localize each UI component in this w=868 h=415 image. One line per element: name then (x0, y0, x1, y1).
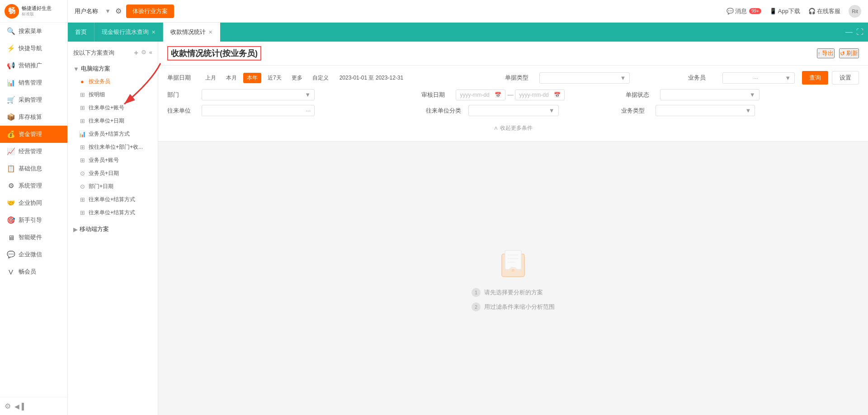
panel-add-icon[interactable]: + (134, 49, 138, 57)
panel-item-unit-date[interactable]: ⊞ 往来单位+日期 (68, 114, 158, 127)
date-end: 2023-12-31 (376, 75, 403, 81)
panel-item-unit-account[interactable]: ⊞ 往来单位+账号 (68, 101, 158, 114)
filter-row-2: 部门 ▼ 审核日期 yyyy-mm-dd 📅 — yy (167, 89, 859, 100)
sidebar-bottom: ⚙ ◀▐ (0, 397, 67, 415)
panel-item-staff-account[interactable]: ⊞ 业务员+账号 (68, 154, 158, 167)
voucher-type-select[interactable]: ▼ (539, 72, 630, 84)
voucher-status-select[interactable]: ▼ (660, 89, 760, 100)
sidebar-item-inventory[interactable]: 📦 库存核算 (0, 108, 67, 126)
panel-item-detail[interactable]: ⊞ 按明细 (68, 88, 158, 101)
sidebar-item-guide[interactable]: 🎯 新手引导 (0, 212, 67, 229)
main-area: 用户名称 ▼ ⚙ 体验行业方案 💬 消息 99+ 📱 App下载 🎧 在线客服 … (68, 0, 868, 415)
sidebar-settings-icon[interactable]: ⚙ (5, 402, 11, 410)
dept-arrow: ▼ (305, 91, 311, 98)
sidebar-item-quicknav-label: 快捷导航 (19, 44, 42, 52)
panel-section-mobile-title[interactable]: ▶ 移动端方案 (68, 223, 158, 236)
audit-date-start-text: yyyy-mm-dd (460, 92, 489, 98)
sidebar-menu: 🔍 搜索菜单 ⚡ 快捷导航 📢 营销推广 📊 销售管理 🛒 采购管理 📦 库存核… (0, 23, 67, 397)
hardware-icon: 🖥 (7, 233, 15, 241)
message-item[interactable]: 💬 消息 99+ (726, 7, 761, 15)
tab-maximize-btn[interactable]: ⛶ (856, 28, 863, 36)
query-btn[interactable]: 查询 (802, 71, 828, 85)
date-tab-custom[interactable]: 自定义 (309, 73, 332, 83)
sidebar-item-purchase[interactable]: 🛒 采购管理 (0, 91, 67, 108)
refresh-icon: ↺ (840, 50, 845, 57)
staff-label: 业务员 (688, 74, 715, 82)
panel-item-unit-account-label: 往来单位+账号 (89, 104, 124, 112)
app-download-item[interactable]: 📱 App下载 (769, 7, 800, 15)
export-btn[interactable]: ↑ 导出 (817, 48, 835, 58)
topbar-dropdown-arrow[interactable]: ▼ (105, 8, 111, 14)
topbar-gear-icon[interactable]: ⚙ (115, 7, 122, 15)
date-tab-7days[interactable]: 近7天 (264, 73, 285, 83)
mobile-section-expand-icon: ▶ (73, 226, 78, 233)
staff-more-icon[interactable]: ··· (753, 75, 758, 81)
panel-item-staff-date[interactable]: ⊙ 业务员+日期 (68, 167, 158, 180)
date-tab-more[interactable]: 更多 (288, 73, 306, 83)
sidebar-item-member[interactable]: V 畅会员 (0, 263, 67, 280)
sidebar-item-sales[interactable]: 📊 销售管理 (0, 74, 67, 91)
panel-header-icons: + ⚙ « (134, 49, 152, 57)
sidebar-item-system[interactable]: ⚙ 系统管理 (0, 177, 67, 194)
date-tab-this-month[interactable]: 本月 (222, 73, 241, 83)
date-tab-this-year[interactable]: 本年 (243, 73, 261, 83)
settings-btn[interactable]: 设置 (832, 71, 859, 85)
sidebar-collapse-icon[interactable]: ◀▐ (14, 403, 24, 410)
panel-section-desktop-title[interactable]: ▼ 电脑端方案 (68, 62, 158, 75)
collapse-bar[interactable]: ∧ 收起更多条件 (167, 121, 859, 136)
sidebar-item-basic[interactable]: 📋 基础信息 (0, 160, 67, 177)
panel-section-mobile: ▶ 移动端方案 (68, 221, 158, 237)
sidebar-item-purchase-label: 采购管理 (19, 96, 42, 104)
logo-text: 畅捷通好生意 (22, 5, 52, 11)
counterparty-more-icon[interactable]: ··· (306, 107, 311, 114)
counterparty-select[interactable]: ··· (202, 105, 315, 116)
panel-item-unit-dept[interactable]: ⊞ 按往来单位+部门+收... (68, 141, 158, 154)
app-download-label: App下载 (778, 7, 800, 15)
online-service-label: 在线客服 (817, 7, 840, 15)
panel-settings-icon[interactable]: ⚙ (141, 49, 146, 57)
date-separator: 至 (368, 75, 375, 81)
date-label: 单据日期 (167, 74, 194, 82)
sidebar-item-wechat[interactable]: 💬 企业微信 (0, 246, 67, 263)
sidebar-item-corp[interactable]: 🤝 企业协同 (0, 194, 67, 212)
sidebar-item-hardware[interactable]: 🖥 智能硬件 (0, 229, 67, 246)
tab-home[interactable]: 首页 (68, 23, 94, 42)
audit-date-start[interactable]: yyyy-mm-dd 📅 (456, 90, 505, 100)
tab-collection-close[interactable]: ✕ (208, 29, 212, 35)
date-tab-last-month[interactable]: 上月 (202, 73, 220, 83)
user-avatar[interactable]: Rit (849, 5, 861, 18)
content-area: 按以下方案查询 + ⚙ « ▼ 电脑端方案 ● 按业务员 ⊞ 按明 (68, 42, 868, 415)
panel-collapse-icon[interactable]: « (149, 49, 152, 57)
business-type-select[interactable]: ▼ (656, 105, 755, 116)
trial-btn[interactable]: 体验行业方案 (126, 5, 174, 18)
counterparty-category-select[interactable]: ▼ (468, 105, 559, 116)
tab-collection[interactable]: 收款情况统计 ✕ (163, 23, 220, 42)
tab-minimize-btn[interactable]: — (845, 28, 853, 36)
sidebar-item-marketing[interactable]: 📢 营销推广 (0, 57, 67, 74)
panel-item-by-staff[interactable]: ● 按业务员 (68, 75, 158, 88)
tab-cashflow[interactable]: 现金银行流水查询 ✕ (94, 23, 163, 42)
sidebar-item-guide-label: 新手引导 (19, 216, 42, 224)
panel-item-staff-date-label: 业务员+日期 (89, 170, 119, 177)
sidebar-item-management[interactable]: 📈 经营管理 (0, 143, 67, 160)
online-service-item[interactable]: 🎧 在线客服 (808, 7, 840, 15)
dept-select[interactable]: ▼ (202, 89, 315, 100)
refresh-btn[interactable]: ↺ 刷新 (839, 48, 859, 58)
tab-home-label: 首页 (75, 28, 87, 36)
sidebar-item-search[interactable]: 🔍 搜索菜单 (0, 23, 67, 40)
panel-item-staff-settle[interactable]: 📊 业务员+结算方式 (68, 127, 158, 141)
panel-item-unit-settle1[interactable]: ⊞ 往来单位+结算方式 (68, 193, 158, 206)
counterparty-category-label: 往来单位分类 (426, 107, 461, 115)
app-download-icon: 📱 (769, 8, 777, 14)
panel-item-unit-settle2[interactable]: ⊞ 往来单位+结算方式 (68, 206, 158, 219)
export-icon: ↑ (818, 50, 821, 57)
staff-select[interactable]: ··· ▼ (722, 72, 795, 84)
sidebar-item-management-label: 经营管理 (19, 147, 42, 156)
message-label: 消息 (735, 7, 747, 15)
panel-item-dept-date[interactable]: ⊙ 部门+日期 (68, 180, 158, 193)
tab-cashflow-close[interactable]: ✕ (151, 29, 156, 35)
audit-date-end[interactable]: yyyy-mm-dd 📅 (515, 90, 565, 100)
tab-actions: — ⛶ (841, 23, 868, 42)
sidebar-item-finance[interactable]: 💰 资金管理 (0, 126, 67, 143)
sidebar-item-quicknav[interactable]: ⚡ 快捷导航 (0, 40, 67, 57)
